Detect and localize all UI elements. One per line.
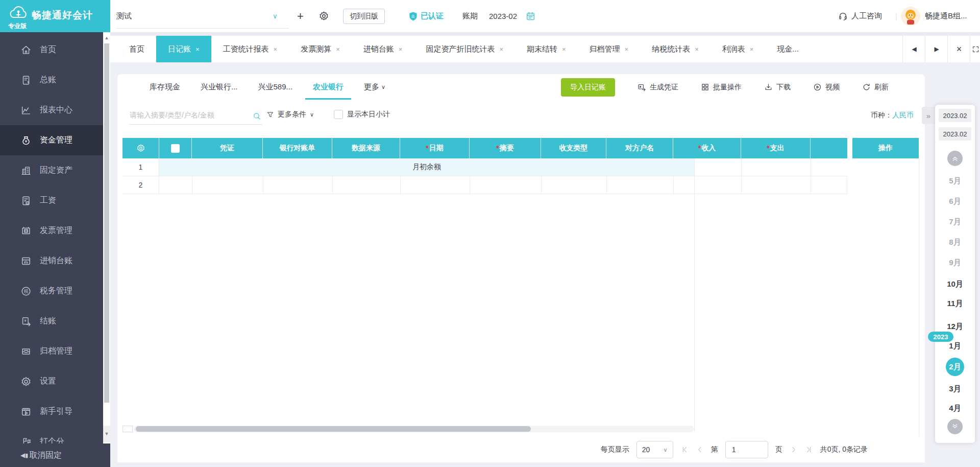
col-header-type[interactable]: 收支类型 <box>541 138 606 158</box>
tab-close-icon[interactable]: × <box>274 45 278 53</box>
tab-tax-report[interactable]: 纳税统计表× <box>640 36 710 62</box>
month-item[interactable]: 8月 <box>935 238 975 248</box>
tab-period-end[interactable]: 期末结转× <box>515 36 578 62</box>
sidebar-item-fixed-assets[interactable]: 固定资产 <box>0 155 103 185</box>
subtab-agricultural-bank[interactable]: 农业银行 <box>305 75 351 100</box>
horizontal-scrollbar[interactable] <box>134 426 694 432</box>
col-header-summary[interactable]: *摘要 <box>470 138 541 158</box>
period-selected-value[interactable]: 2023.02 <box>939 127 971 141</box>
account-set-chevron-icon[interactable]: ∨ <box>273 0 278 32</box>
sidebar-item-payroll[interactable]: ¥ 工资 <box>0 185 103 216</box>
month-item[interactable]: 5月 <box>935 176 975 186</box>
sidebar-item-funds-management[interactable]: ¥ 资金管理 <box>0 125 103 155</box>
sidebar-item-home[interactable]: 首页 <box>0 35 103 65</box>
calendar-icon[interactable] <box>526 0 535 32</box>
subtab-more[interactable]: 更多∨ <box>356 75 393 100</box>
month-item[interactable]: 3月 <box>935 384 975 394</box>
sidebar-item-closing[interactable]: ¥ 结账 <box>0 306 103 336</box>
col-header-voucher[interactable]: 凭证 <box>192 138 263 158</box>
scroll-down-icon[interactable]: ▼ <box>103 426 110 442</box>
select-all-checkbox[interactable] <box>171 144 180 153</box>
import-journal-button[interactable]: 导入日记账 <box>561 78 615 97</box>
search-field[interactable] <box>129 108 262 125</box>
per-page-select[interactable]: 20 ∨ <box>636 441 673 458</box>
user-name[interactable]: 畅捷通B组... <box>925 0 967 32</box>
month-item[interactable]: 12月 <box>935 322 975 332</box>
sidebar-item-general-ledger[interactable]: ¥ 总账 <box>0 65 103 95</box>
unpin-sidebar-button[interactable]: ◀▮ 取消固定 <box>0 443 110 467</box>
sidebar-item-rate-us[interactable]: 打个分 <box>0 427 103 443</box>
month-item[interactable]: 6月 <box>935 197 975 207</box>
month-item-selected[interactable]: 2月 <box>946 358 964 376</box>
sidebar-scrollbar-thumb[interactable] <box>104 43 109 403</box>
sidebar-item-invoice-management[interactable]: 发票管理 <box>0 216 103 246</box>
col-header-date[interactable]: *日期 <box>400 138 470 158</box>
col-header-expense[interactable]: *支出 <box>741 138 811 158</box>
refresh-button[interactable]: 刷新 <box>862 83 889 92</box>
tab-close-icon[interactable]: × <box>336 45 340 53</box>
scroll-months-down-button[interactable] <box>947 419 963 434</box>
tab-invoice-calc[interactable]: 发票测算× <box>289 36 352 62</box>
col-header-income[interactable]: *收入 <box>673 138 741 158</box>
tab-purchase-ledger[interactable]: 进销台账× <box>352 36 414 62</box>
certified-badge[interactable]: 企 已认证 <box>408 0 444 32</box>
sidebar-item-report-center[interactable]: 报表中心 <box>0 95 103 125</box>
batch-actions-button[interactable]: 批量操作 <box>701 83 742 92</box>
tab-close-icon[interactable]: × <box>750 45 754 53</box>
tab-home[interactable]: 首页 <box>117 36 156 62</box>
tab-profit-statement[interactable]: 利润表× <box>710 36 766 62</box>
tab-close-icon[interactable]: × <box>195 45 200 53</box>
tab-journal-active[interactable]: 日记账× <box>156 36 211 62</box>
daily-subtotal-checkbox[interactable] <box>334 110 343 119</box>
tab-close-icon[interactable]: × <box>399 45 403 53</box>
page-number-input[interactable] <box>726 445 764 454</box>
col-header-counterparty[interactable]: 对方户名 <box>606 138 673 158</box>
scroll-up-icon[interactable]: ▲ <box>103 35 110 40</box>
more-conditions-button[interactable]: 更多条件 ∨ <box>266 110 314 119</box>
tab-close-icon[interactable]: × <box>499 45 503 53</box>
column-settings-cell[interactable] <box>122 138 159 158</box>
account-set-selector[interactable]: 测试 <box>116 0 132 32</box>
month-item[interactable]: 7月 <box>935 217 975 227</box>
month-item[interactable]: 10月 <box>935 279 975 290</box>
sidebar-item-purchase-sale-ledger[interactable]: 进销台账 <box>0 246 103 276</box>
gear-icon[interactable] <box>136 144 145 153</box>
tab-close-icon[interactable]: × <box>625 45 629 53</box>
horizontal-scrollbar-thumb[interactable] <box>136 426 531 432</box>
subtab-cib-589[interactable]: 兴业589... <box>251 75 301 100</box>
settings-gear-icon[interactable] <box>318 0 329 32</box>
scroll-months-up-button[interactable] <box>947 151 963 166</box>
tabs-close-all-button[interactable]: × <box>947 36 970 62</box>
tab-archive[interactable]: 归档管理× <box>578 36 641 62</box>
tabs-scroll-left-button[interactable]: ◀ <box>902 36 925 62</box>
first-page-button[interactable] <box>680 446 689 454</box>
subtab-cib-bank[interactable]: 兴业银行... <box>193 75 246 100</box>
tab-depreciation-report[interactable]: 固定资产折旧统计表× <box>414 36 515 62</box>
month-item[interactable]: 9月 <box>935 258 975 268</box>
sidebar-item-tax-management[interactable]: 税 税务管理 <box>0 276 103 306</box>
avatar[interactable] <box>901 0 920 32</box>
search-icon[interactable] <box>253 112 261 121</box>
month-item[interactable]: 4月 <box>935 404 975 414</box>
fullscreen-icon[interactable] <box>970 36 980 62</box>
download-button[interactable]: 下载 <box>764 83 791 92</box>
video-button[interactable]: 视频 <box>813 83 840 92</box>
tab-payroll-report[interactable]: 工资统计报表× <box>211 36 289 62</box>
period-panel-collapse-button[interactable]: » <box>922 107 935 124</box>
month-item[interactable]: 11月 <box>935 299 975 309</box>
add-account-set-button[interactable]: + <box>297 0 304 32</box>
support-button[interactable]: 人工咨询 <box>838 0 882 32</box>
sidebar-item-archive-management[interactable]: 归档管理 <box>0 336 103 366</box>
sidebar-item-settings[interactable]: 设置 <box>0 366 103 396</box>
last-page-button[interactable] <box>805 446 813 454</box>
sidebar-scrollbar[interactable]: ▲ ▼ <box>103 32 110 443</box>
daily-subtotal-toggle[interactable]: 显示本日小计 <box>334 110 390 119</box>
opening-balance-row[interactable]: 月初余额 <box>159 158 694 176</box>
tab-cashflow-clipped[interactable]: 现金... <box>765 36 811 62</box>
tab-close-icon[interactable]: × <box>562 45 566 53</box>
tabs-scroll-right-button[interactable]: ▶ <box>925 36 948 62</box>
month-item[interactable]: 1月 <box>935 341 975 352</box>
switch-to-old-version-button[interactable]: 切到旧版 <box>343 0 385 32</box>
period-value[interactable]: 2023-02 <box>489 0 517 32</box>
col-header-data-source[interactable]: 数据来源 <box>332 138 400 158</box>
